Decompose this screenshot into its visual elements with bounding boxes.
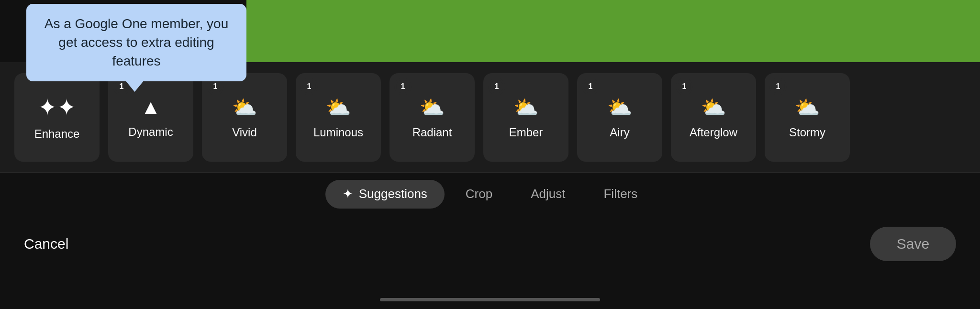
card-label-stormy: Stormy <box>789 126 825 139</box>
google-one-badge: 1 <box>676 78 693 95</box>
sun-cloud-icon: ⛅ <box>513 96 538 119</box>
sun-cloud-icon: ⛅ <box>701 96 726 119</box>
sparkles-icon: ✦✦ <box>38 94 76 121</box>
card-label-airy: Airy <box>610 126 629 139</box>
tab-label-suggestions: Suggestions <box>359 187 427 201</box>
card-icon-enhance: ✦✦ <box>38 94 76 121</box>
sun-cloud-icon: ⛅ <box>420 96 445 119</box>
action-bar: Cancel Save <box>0 215 980 273</box>
google-one-badge: 1 <box>394 78 412 95</box>
sun-cloud-icon: ⛅ <box>232 96 257 119</box>
google-one-badge: 1 <box>301 78 318 95</box>
card-icon-vivid: ⛅ <box>232 96 257 119</box>
tab-suggestions[interactable]: ✦Suggestions <box>325 180 445 209</box>
save-button[interactable]: Save <box>870 227 956 261</box>
google-one-tooltip: As a Google One member, you get access t… <box>26 4 246 81</box>
card-icon-airy: ⛅ <box>607 96 632 119</box>
card-label-dynamic: Dynamic <box>128 125 173 139</box>
tab-adjust[interactable]: Adjust <box>513 180 582 209</box>
sun-cloud-icon: ⛅ <box>607 96 632 119</box>
filter-card-enhance[interactable]: ✦✦ Enhance <box>14 73 100 162</box>
sun-cloud-icon: ⛅ <box>795 96 820 119</box>
sparkle-icon: ✦ <box>343 187 353 201</box>
filter-card-luminous[interactable]: 1 ⛅ Luminous <box>296 73 381 162</box>
card-icon-dynamic: ▲ <box>141 96 161 119</box>
filter-card-dynamic[interactable]: 1 ▲ Dynamic <box>108 73 193 162</box>
google-one-badge: 1 <box>488 78 505 95</box>
tab-label-adjust: Adjust <box>531 187 565 201</box>
card-icon-luminous: ⛅ <box>326 96 351 119</box>
card-label-radiant: Radiant <box>412 126 452 139</box>
cancel-button[interactable]: Cancel <box>24 236 68 252</box>
filter-card-ember[interactable]: 1 ⛅ Ember <box>483 73 568 162</box>
card-label-vivid: Vivid <box>232 126 257 139</box>
card-icon-stormy: ⛅ <box>795 96 820 119</box>
home-indicator <box>380 298 600 301</box>
tab-label-filters: Filters <box>603 187 637 201</box>
card-icon-afterglow: ⛅ <box>701 96 726 119</box>
card-label-enhance: Enhance <box>34 127 80 141</box>
card-icon-radiant: ⛅ <box>420 96 445 119</box>
google-one-badge: 1 <box>769 78 787 95</box>
card-icon-ember: ⛅ <box>513 96 538 119</box>
tooltip-text: As a Google One member, you get access t… <box>45 16 228 68</box>
filter-card-airy[interactable]: 1 ⛅ Airy <box>577 73 662 162</box>
filter-card-radiant[interactable]: 1 ⛅ Radiant <box>390 73 475 162</box>
tab-filters[interactable]: Filters <box>586 180 655 209</box>
card-label-luminous: Luminous <box>313 126 363 139</box>
google-one-badge: 1 <box>582 78 599 95</box>
sun-cloud-icon: ⛅ <box>326 96 351 119</box>
tab-bar: ✦SuggestionsCropAdjustFilters <box>0 172 980 215</box>
filter-card-afterglow[interactable]: 1 ⛅ Afterglow <box>671 73 756 162</box>
filter-card-vivid[interactable]: 1 ⛅ Vivid <box>202 73 287 162</box>
mountain-icon: ▲ <box>141 96 161 119</box>
card-label-afterglow: Afterglow <box>690 126 737 139</box>
filter-card-stormy[interactable]: 1 ⛅ Stormy <box>765 73 850 162</box>
photo-preview <box>246 0 980 62</box>
tab-label-crop: Crop <box>466 187 492 201</box>
card-label-ember: Ember <box>509 126 543 139</box>
tab-crop[interactable]: Crop <box>448 180 510 209</box>
